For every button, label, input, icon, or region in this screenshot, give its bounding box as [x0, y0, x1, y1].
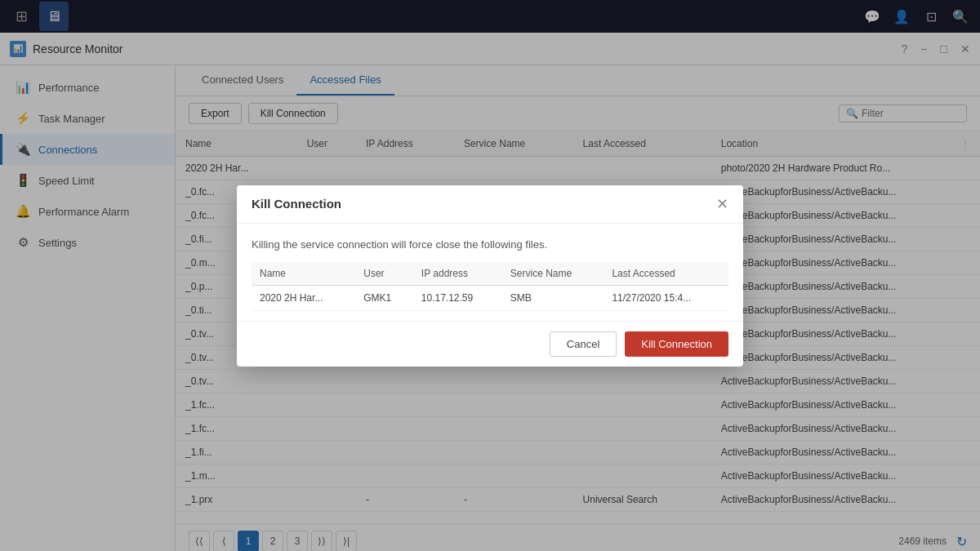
modal-col-name: Name	[252, 262, 355, 286]
modal-cell-lastAccessed: 11/27/2020 15:4...	[604, 285, 728, 310]
modal-close-button[interactable]: ✕	[716, 197, 728, 211]
modal-cell-ip: 10.17.12.59	[413, 285, 502, 310]
modal-table-body: 2020 2H Har...GMK110.17.12.59SMB11/27/20…	[252, 285, 728, 310]
modal-kill-button[interactable]: Kill Connection	[625, 331, 728, 357]
modal-body: Killing the service connection will forc…	[237, 224, 743, 321]
modal-col-user: User	[355, 262, 413, 286]
modal-header: Kill Connection ✕	[237, 185, 743, 224]
modal-col-ip: IP address	[413, 262, 502, 286]
modal-cancel-button[interactable]: Cancel	[550, 331, 617, 357]
modal-table-row: 2020 2H Har...GMK110.17.12.59SMB11/27/20…	[252, 285, 728, 310]
modal-cell-service: SMB	[502, 285, 604, 310]
modal-footer: Cancel Kill Connection	[237, 321, 743, 367]
modal-cell-user: GMK1	[355, 285, 413, 310]
modal-col-last-accessed: Last Accessed	[604, 262, 728, 286]
modal-cell-name: 2020 2H Har...	[252, 285, 355, 310]
modal-overlay: Kill Connection ✕ Killing the service co…	[0, 0, 980, 551]
modal-table: Name User IP address Service Name Last A…	[252, 262, 728, 311]
modal-description: Killing the service connection will forc…	[252, 238, 728, 251]
modal-title: Kill Connection	[252, 197, 341, 211]
modal-col-service: Service Name	[502, 262, 604, 286]
modal-table-header: Name User IP address Service Name Last A…	[252, 262, 728, 286]
kill-connection-modal: Kill Connection ✕ Killing the service co…	[237, 185, 743, 367]
